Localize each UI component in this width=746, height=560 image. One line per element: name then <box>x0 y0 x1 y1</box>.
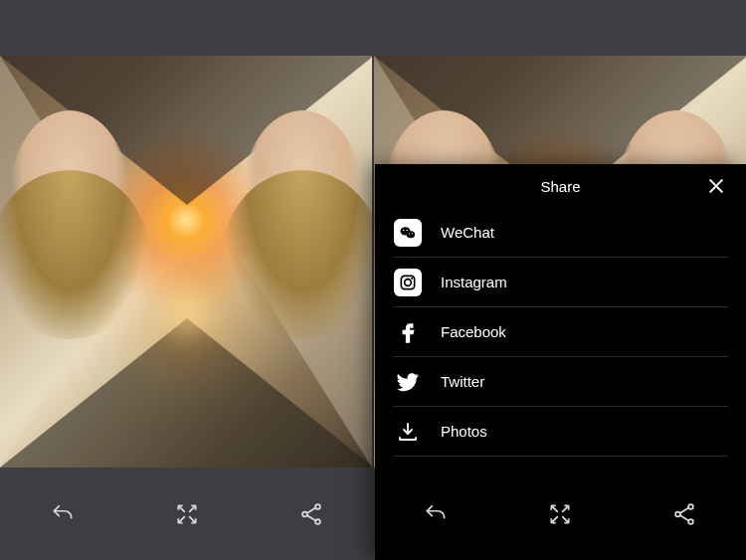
svg-point-5 <box>412 233 413 234</box>
expand-button[interactable] <box>159 486 215 542</box>
share-title: Share <box>540 178 580 195</box>
download-icon <box>393 417 423 447</box>
svg-point-12 <box>688 504 693 509</box>
undo-icon <box>50 501 76 527</box>
share-item-label: Facebook <box>441 323 506 340</box>
share-item-label: Twitter <box>441 373 484 390</box>
undo-icon <box>423 501 449 527</box>
svg-point-2 <box>403 229 405 231</box>
mirrored-photo <box>0 56 372 467</box>
svg-point-4 <box>409 233 410 234</box>
share-item-instagram[interactable]: Instagram <box>393 258 728 307</box>
svg-point-14 <box>688 519 693 524</box>
svg-point-8 <box>411 277 413 279</box>
preview-screen-left <box>0 56 372 467</box>
svg-point-13 <box>675 511 680 516</box>
close-icon <box>706 176 726 196</box>
share-header: Share <box>375 164 746 208</box>
twitter-icon <box>393 367 423 397</box>
portrait-left <box>10 110 129 280</box>
share-item-twitter[interactable]: Twitter <box>393 357 728 407</box>
portrait-right <box>243 110 362 280</box>
bottom-toolbar-row <box>0 467 746 560</box>
share-item-photos[interactable]: Photos <box>393 407 728 457</box>
facebook-icon <box>393 317 423 347</box>
lens-flare <box>186 311 188 313</box>
share-item-label: WeChat <box>441 224 494 241</box>
svg-point-11 <box>315 519 320 524</box>
share-button[interactable] <box>283 486 339 542</box>
close-button[interactable] <box>694 164 738 208</box>
svg-point-7 <box>405 279 412 285</box>
undo-button[interactable] <box>35 486 91 542</box>
share-item-label: Instagram <box>441 274 507 290</box>
share-icon <box>298 501 324 527</box>
share-icon <box>671 501 697 527</box>
toolbar-right <box>373 467 746 560</box>
share-list: WeChat Instagram Facebook Twitter <box>375 208 746 457</box>
share-item-facebook[interactable]: Facebook <box>393 307 728 357</box>
share-item-wechat[interactable]: WeChat <box>393 208 728 258</box>
expand-icon <box>174 501 200 527</box>
instagram-icon <box>393 268 423 297</box>
svg-point-1 <box>407 231 415 238</box>
share-button[interactable] <box>656 486 712 542</box>
svg-point-9 <box>315 504 320 509</box>
share-item-label: Photos <box>441 423 487 440</box>
undo-button[interactable] <box>408 486 464 542</box>
status-spacer <box>0 0 746 56</box>
svg-point-3 <box>406 229 408 231</box>
wechat-icon <box>393 218 423 248</box>
expand-icon <box>547 501 573 527</box>
svg-point-10 <box>302 511 307 516</box>
expand-button[interactable] <box>532 486 588 542</box>
toolbar-left <box>0 467 373 560</box>
